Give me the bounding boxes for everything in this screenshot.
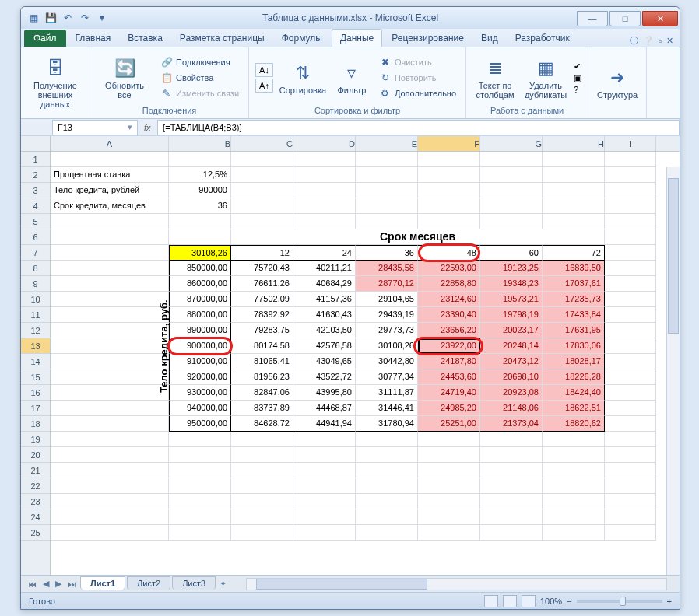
cell[interactable]: 900000,00 — [169, 338, 231, 354]
tab-view[interactable]: Вид — [473, 30, 506, 47]
cell[interactable]: 43522,72 — [293, 369, 356, 385]
minimize-button[interactable]: — — [577, 11, 608, 26]
row-15[interactable]: 15 — [21, 369, 50, 385]
cell[interactable] — [293, 525, 356, 541]
cell[interactable] — [169, 509, 231, 525]
cell[interactable] — [51, 152, 169, 167]
cell[interactable]: 19123,25 — [480, 261, 543, 276]
cell[interactable] — [169, 478, 231, 494]
prev-sheet-icon[interactable]: ◀ — [40, 579, 51, 589]
cell[interactable] — [356, 494, 418, 509]
last-sheet-icon[interactable]: ⏭ — [65, 579, 79, 589]
cell[interactable]: 72 — [543, 245, 605, 261]
cell[interactable]: 29439,19 — [356, 307, 418, 323]
cell[interactable]: 40684,29 — [293, 276, 356, 292]
cell[interactable]: 43995,80 — [293, 385, 356, 401]
cell[interactable] — [231, 494, 293, 509]
save-icon[interactable]: 💾 — [44, 12, 57, 24]
cell[interactable] — [169, 494, 231, 509]
minimize-ribbon-icon[interactable]: ⓘ — [630, 35, 638, 47]
refresh-all-button[interactable]: 🔄 Обновить все — [97, 51, 153, 104]
cell[interactable] — [231, 183, 293, 198]
cell[interactable] — [418, 509, 480, 525]
cell[interactable]: 60 — [480, 245, 543, 261]
name-box[interactable]: F13 ▾ — [52, 120, 138, 135]
cell[interactable]: 24453,60 — [418, 369, 480, 385]
cell[interactable] — [293, 432, 356, 447]
sort-desc-icon[interactable]: A↑ — [255, 79, 273, 93]
col-G[interactable]: G — [480, 136, 543, 151]
cell[interactable] — [543, 183, 605, 198]
cell[interactable]: 17631,95 — [543, 323, 605, 338]
cell[interactable] — [480, 463, 543, 478]
fx-icon[interactable]: fx — [144, 123, 151, 132]
cell[interactable]: 24 — [293, 245, 356, 261]
zoom-slider[interactable] — [577, 600, 662, 603]
horizontal-scrollbar[interactable] — [246, 578, 667, 590]
help-icon[interactable]: ❔ — [643, 36, 654, 46]
row-14[interactable]: 14 — [21, 354, 50, 369]
cell[interactable] — [480, 214, 543, 229]
cell[interactable] — [51, 276, 169, 292]
cell[interactable] — [231, 167, 293, 183]
cell[interactable] — [480, 478, 543, 494]
cell[interactable] — [480, 167, 543, 183]
zoom-thumb[interactable] — [620, 597, 626, 606]
cell[interactable] — [418, 152, 480, 167]
cell[interactable] — [356, 432, 418, 447]
cell[interactable] — [480, 183, 543, 198]
cell[interactable]: 81956,23 — [231, 369, 293, 385]
row-18[interactable]: 18 — [21, 416, 50, 432]
cell[interactable] — [356, 447, 418, 463]
cell[interactable]: Процентная ставка — [51, 167, 169, 183]
cell[interactable]: 44468,87 — [293, 401, 356, 416]
whatif-icon[interactable]: ? — [574, 85, 581, 94]
cell[interactable] — [605, 214, 656, 229]
properties-button[interactable]: 📋Свойства — [157, 71, 242, 85]
row-5[interactable]: 5 — [21, 214, 50, 229]
cell[interactable] — [293, 214, 356, 229]
cell[interactable]: 44941,94 — [293, 416, 356, 432]
cell[interactable] — [293, 183, 356, 198]
first-sheet-icon[interactable]: ⏮ — [26, 579, 39, 589]
cell[interactable] — [51, 229, 169, 245]
outline-button[interactable]: ➜ Структура — [595, 51, 640, 114]
cell[interactable] — [605, 354, 656, 369]
get-external-data-button[interactable]: 🗄 Получение внешних данных — [27, 51, 83, 114]
select-all-corner[interactable] — [21, 136, 51, 152]
cell[interactable]: 23922,00 — [418, 338, 480, 354]
col-E[interactable]: E — [356, 136, 418, 151]
cell[interactable] — [480, 152, 543, 167]
cell[interactable] — [51, 261, 169, 276]
zoom-in-icon[interactable]: + — [667, 597, 672, 606]
cell[interactable] — [605, 369, 656, 385]
filter-button[interactable]: ▿ Фильтр — [332, 51, 371, 104]
cell[interactable] — [51, 478, 169, 494]
cell[interactable]: 84628,72 — [231, 416, 293, 432]
cell[interactable] — [543, 447, 605, 463]
cell[interactable]: 83737,89 — [231, 401, 293, 416]
formula-bar[interactable]: {=ТАБЛИЦА(B4;B3)} — [157, 120, 680, 135]
cell[interactable] — [543, 198, 605, 214]
row-10[interactable]: 10 — [21, 292, 50, 307]
cell[interactable]: 12 — [231, 245, 293, 261]
sheet-tab-1[interactable]: Лист1 — [80, 576, 125, 590]
cell[interactable]: 81065,41 — [231, 354, 293, 369]
tab-data[interactable]: Данные — [332, 29, 382, 47]
cell[interactable] — [51, 416, 169, 432]
cell[interactable] — [605, 447, 656, 463]
cell[interactable]: 42576,58 — [293, 338, 356, 354]
cell[interactable] — [605, 509, 656, 525]
cell[interactable]: 21373,04 — [480, 416, 543, 432]
cell[interactable]: 18226,28 — [543, 369, 605, 385]
row-17[interactable]: 17 — [21, 401, 50, 416]
cell[interactable]: 43049,65 — [293, 354, 356, 369]
cell[interactable] — [51, 525, 169, 541]
col-D[interactable]: D — [293, 136, 356, 151]
cell[interactable] — [418, 525, 480, 541]
cell[interactable] — [418, 214, 480, 229]
normal-view-button[interactable] — [484, 595, 498, 607]
cell[interactable]: 36 — [356, 245, 418, 261]
cell[interactable] — [51, 245, 169, 261]
row-2[interactable]: 2 — [21, 167, 50, 183]
